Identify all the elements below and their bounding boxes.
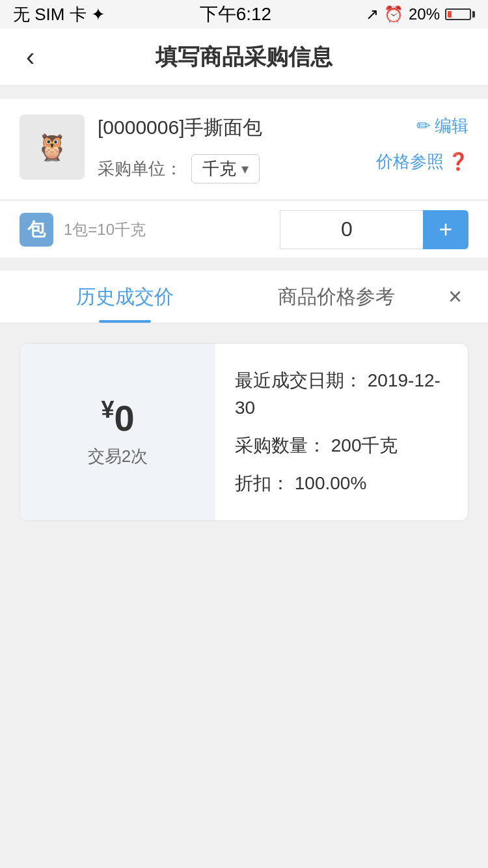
location-icon: ↗ [366, 5, 379, 23]
date-label: 最近成交日期： [235, 370, 362, 390]
back-button[interactable]: ‹ [20, 36, 41, 78]
status-left: 无 SIM 卡 ✦ [13, 3, 105, 26]
price-value: 0 [114, 397, 134, 438]
product-actions: ✏ 编辑 价格参照 ❓ [376, 115, 468, 173]
trade-detail-discount: 折扣： 100.00% [235, 470, 448, 497]
trade-detail-quantity: 采购数量： 200千克 [235, 432, 448, 459]
product-unit-row: 采购单位： 千克 ▾ [98, 154, 262, 183]
price-currency-symbol: ¥ [101, 396, 114, 423]
page-title: 填写商品采购信息 [156, 42, 332, 72]
sim-status: 无 SIM 卡 ✦ [13, 3, 105, 26]
quantity-label-wrap: 包 1包=10千克 [20, 213, 146, 247]
tabs-section: 历史成交价 商品价格参考 × [0, 271, 488, 323]
edit-label: 编辑 [435, 115, 468, 137]
trade-card: ¥0 交易2次 最近成交日期： 2019-12-30 采购数量： 200千克 折… [20, 343, 468, 521]
quantity-hint: 1包=10千克 [64, 219, 146, 240]
trade-count: 交易2次 [88, 445, 148, 468]
product-name: [0000006]手撕面包 [98, 115, 262, 141]
tabs-header: 历史成交价 商品价格参考 × [0, 271, 488, 323]
edit-icon: ✏ [416, 116, 431, 136]
status-right: ↗ ⏰ 20% [366, 5, 475, 23]
price-ref-label: 价格参照 [376, 150, 444, 173]
tab-history-price[interactable]: 历史成交价 [20, 271, 230, 323]
price-reference-button[interactable]: 价格参照 ❓ [376, 150, 468, 173]
help-icon: ❓ [448, 152, 468, 172]
tab-product-label: 商品价格参考 [278, 284, 395, 310]
trade-detail-date: 最近成交日期： 2019-12-30 [235, 367, 448, 422]
unit-value: 千克 [202, 157, 236, 180]
unit-label: 采购单位： [98, 157, 182, 180]
discount-value: 100.00% [295, 473, 367, 493]
product-thumbnail: 🦉 [20, 115, 85, 180]
product-info: [0000006]手撕面包 采购单位： 千克 ▾ [98, 115, 262, 183]
nav-bar: ‹ 填写商品采购信息 [0, 29, 488, 86]
battery-percent: 20% [409, 5, 440, 23]
product-card: 🦉 [0000006]手撕面包 采购单位： 千克 ▾ ✏ 编辑 价格参照 [0, 99, 488, 199]
quantity-label: 采购数量： [235, 435, 326, 455]
status-time: 下午6:12 [200, 2, 272, 27]
tab-product-price-ref[interactable]: 商品价格参考 [230, 271, 441, 323]
plus-icon: + [439, 216, 452, 243]
product-left: 🦉 [0000006]手撕面包 采购单位： 千克 ▾ [20, 115, 262, 183]
trade-price: ¥0 [101, 396, 134, 439]
status-bar: 无 SIM 卡 ✦ 下午6:12 ↗ ⏰ 20% [0, 0, 488, 29]
tab-history-label: 历史成交价 [76, 284, 174, 310]
chevron-down-icon: ▾ [241, 161, 249, 178]
quantity-value: 200千克 [331, 435, 398, 455]
edit-button[interactable]: ✏ 编辑 [416, 115, 468, 137]
alarm-icon: ⏰ [384, 5, 403, 23]
unit-select[interactable]: 千克 ▾ [191, 154, 260, 183]
trade-details: 最近成交日期： 2019-12-30 采购数量： 200千克 折扣： 100.0… [215, 344, 468, 521]
quantity-input[interactable] [280, 210, 423, 249]
quantity-section: 包 1包=10千克 + [0, 200, 488, 258]
quantity-plus-button[interactable]: + [423, 210, 468, 249]
battery-icon [445, 8, 475, 20]
tabs-close-button[interactable]: × [442, 277, 468, 317]
quantity-input-wrap: + [280, 210, 468, 249]
product-logo-icon: 🦉 [36, 132, 68, 163]
discount-label: 折扣： [235, 473, 290, 493]
unit-icon-box: 包 [20, 213, 53, 247]
unit-icon-label: 包 [27, 217, 46, 242]
main-content: 历史成交价 商品价格参考 × ¥0 交易2次 最近成交日期： 2019-12-3… [0, 271, 488, 661]
trade-summary: ¥0 交易2次 [20, 344, 215, 521]
